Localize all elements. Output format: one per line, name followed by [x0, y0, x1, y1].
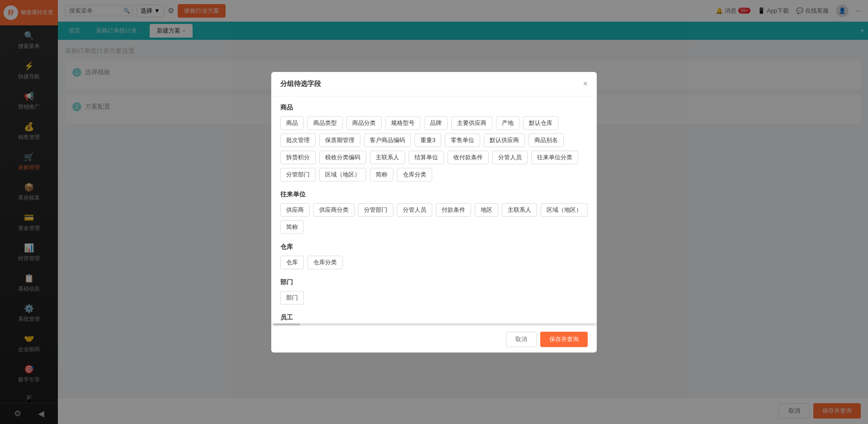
- field-chip[interactable]: 仓库分类: [307, 256, 343, 269]
- field-chip[interactable]: 分管人员: [492, 151, 528, 164]
- field-group-title: 往来单位: [280, 191, 588, 199]
- modal-header: 分组待选字段 ×: [271, 72, 597, 96]
- field-group-employee: 员工业务员: [280, 314, 588, 323]
- field-chip[interactable]: 区域（地区）: [541, 203, 588, 217]
- field-group-title: 仓库: [280, 243, 588, 251]
- field-chip[interactable]: 往来单位分类: [531, 151, 578, 164]
- field-chips: 仓库仓库分类: [280, 256, 588, 269]
- field-chip[interactable]: 付款条件: [436, 203, 471, 217]
- field-chip[interactable]: 分管部门: [358, 203, 393, 217]
- field-chip[interactable]: 拆货积分: [280, 151, 316, 164]
- field-chip[interactable]: 仓库分类: [397, 168, 432, 181]
- field-chip[interactable]: 规格型号: [385, 116, 420, 130]
- field-chip[interactable]: 主联系人: [502, 203, 537, 217]
- modal-cancel-button[interactable]: 取消: [506, 332, 537, 347]
- field-group-department: 部门部门: [280, 278, 588, 305]
- field-chip[interactable]: 批次管理: [280, 133, 316, 147]
- field-group-title: 部门: [280, 278, 588, 286]
- field-chip[interactable]: 品牌: [424, 116, 448, 130]
- field-chip[interactable]: 供应商分类: [313, 203, 354, 217]
- field-chip[interactable]: 简称: [370, 168, 393, 181]
- field-chip[interactable]: 地区: [475, 203, 498, 217]
- field-group-title: 商品: [280, 104, 588, 112]
- field-chip[interactable]: 主要供应商: [451, 116, 492, 130]
- field-chip[interactable]: 保质期管理: [319, 133, 360, 147]
- field-chip[interactable]: 供应商: [280, 203, 310, 217]
- field-chip[interactable]: 客户商品编码: [364, 133, 411, 147]
- field-chip[interactable]: 默认供应商: [484, 133, 525, 147]
- field-chip[interactable]: 部门: [280, 291, 304, 305]
- field-chip[interactable]: 结算单位: [409, 151, 444, 164]
- field-chip[interactable]: 简称: [280, 220, 304, 234]
- field-chip[interactable]: 税收分类编码: [319, 151, 366, 164]
- modal-overlay: 分组待选字段 × 商品商品商品类型商品分类规格型号品牌主要供应商产地默认仓库批次…: [0, 0, 868, 424]
- field-group-partner: 往来单位供应商供应商分类分管部门分管人员付款条件地区主联系人区域（地区）简称: [280, 191, 588, 234]
- field-chip[interactable]: 产地: [496, 116, 519, 130]
- field-chips: 供应商供应商分类分管部门分管人员付款条件地区主联系人区域（地区）简称: [280, 203, 588, 234]
- field-chip[interactable]: 分管部门: [280, 168, 316, 181]
- scroll-bar: [271, 323, 597, 326]
- field-chip[interactable]: 仓库: [280, 256, 304, 269]
- field-chip[interactable]: 商品类型: [307, 116, 343, 130]
- modal: 分组待选字段 × 商品商品商品类型商品分类规格型号品牌主要供应商产地默认仓库批次…: [271, 72, 597, 353]
- field-chip[interactable]: 重量3: [415, 133, 441, 147]
- field-chip[interactable]: 默认仓库: [523, 116, 558, 130]
- field-chips: 商品商品类型商品分类规格型号品牌主要供应商产地默认仓库批次管理保质期管理客户商品…: [280, 116, 588, 181]
- field-chip[interactable]: 商品: [280, 116, 304, 130]
- scroll-thumb: [273, 324, 300, 325]
- field-chip[interactable]: 商品分类: [346, 116, 382, 130]
- field-chip[interactable]: 主联系人: [370, 151, 405, 164]
- field-chip[interactable]: 分管人员: [397, 203, 432, 217]
- field-chip[interactable]: 收付款条件: [448, 151, 489, 164]
- field-group-title: 员工: [280, 314, 588, 322]
- modal-body[interactable]: 商品商品商品类型商品分类规格型号品牌主要供应商产地默认仓库批次管理保质期管理客户…: [271, 96, 597, 323]
- field-chip[interactable]: 区域（地区）: [319, 168, 366, 181]
- field-chip[interactable]: 商品别名: [528, 133, 564, 147]
- modal-save-button[interactable]: 保存并查询: [540, 332, 588, 347]
- scroll-track: [273, 324, 595, 325]
- field-group-warehouse: 仓库仓库仓库分类: [280, 243, 588, 269]
- field-chip[interactable]: 零售单位: [445, 133, 480, 147]
- close-icon[interactable]: ×: [583, 79, 588, 89]
- modal-title: 分组待选字段: [280, 80, 321, 88]
- modal-footer: 取消 保存并查询: [271, 326, 597, 353]
- field-chips: 部门: [280, 291, 588, 305]
- field-group-product: 商品商品商品类型商品分类规格型号品牌主要供应商产地默认仓库批次管理保质期管理客户…: [280, 104, 588, 181]
